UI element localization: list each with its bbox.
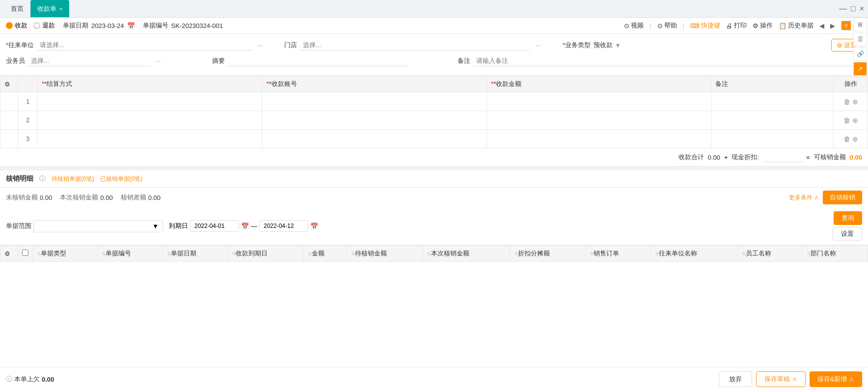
row-action-icons: 🗑 ⊕ bbox=[838, 135, 864, 143]
bottom-th-gear[interactable]: ⚙ bbox=[0, 246, 18, 262]
ops-btn[interactable]: ⚙ 操作 bbox=[753, 21, 773, 30]
window-min-icon[interactable]: — bbox=[839, 4, 847, 13]
sidebar-attach-icon[interactable]: 🔗 bbox=[853, 47, 867, 61]
calendar-icon[interactable]: 📅 bbox=[127, 22, 135, 29]
abandon-btn[interactable]: 放弃 bbox=[719, 371, 752, 387]
this-verify-stat: 本次核销金额 0.00 bbox=[60, 193, 112, 202]
cal-from-icon[interactable]: 📅 bbox=[241, 223, 249, 230]
row-amount-cell[interactable] bbox=[487, 130, 711, 148]
select-all-checkbox[interactable] bbox=[22, 250, 28, 256]
store-input[interactable] bbox=[300, 40, 530, 51]
window-max-icon[interactable]: □ bbox=[851, 4, 856, 13]
memo-input[interactable] bbox=[228, 56, 408, 66]
radio-tuikuan-dot bbox=[33, 22, 40, 29]
table-gear-col[interactable]: ⚙ bbox=[0, 76, 18, 92]
row-remark-cell[interactable] bbox=[711, 92, 834, 111]
window-close-icon[interactable]: × bbox=[860, 4, 864, 13]
due-date-label: 到期日 bbox=[169, 222, 188, 230]
recon-header: 核销明细 ⓘ 待核销单据(0笔) 已核销单据(0笔) bbox=[0, 170, 868, 188]
row-amount-cell[interactable] bbox=[487, 111, 711, 130]
radio-shoukuan-dot bbox=[6, 22, 13, 29]
auto-verify-btn[interactable]: 自动核销 bbox=[823, 191, 862, 204]
table-row: 3 🗑 ⊕ bbox=[0, 130, 868, 148]
range-dropdown[interactable]: ▼ bbox=[33, 220, 163, 232]
print-btn[interactable]: 🖨 打印 bbox=[726, 21, 747, 30]
nav-next-btn[interactable]: ▶ bbox=[830, 22, 835, 29]
bottom-th-amount: ⇅金额 bbox=[304, 246, 347, 262]
row-account-cell[interactable] bbox=[262, 92, 487, 111]
row-copy-icon[interactable]: ⊕ bbox=[852, 135, 858, 143]
row-settle-cell[interactable] bbox=[38, 111, 262, 130]
table-section: ⚙ **结算方式 **收款账号 **收款金额 备注 操作 1 🗑 ⊕ bbox=[0, 76, 868, 148]
row-settle-cell[interactable] bbox=[38, 92, 262, 111]
bottom-th-counterpart: ⇅往来单位名称 bbox=[651, 246, 737, 262]
main-content: 收款 退款 单据日期 2023-03-24 📅 单据编号 SK-20230324… bbox=[0, 18, 868, 391]
counterpart-label: *往来单位 bbox=[6, 41, 34, 50]
row-delete-icon[interactable]: 🗑 bbox=[843, 116, 850, 124]
tab-home[interactable]: 首页 bbox=[4, 0, 30, 17]
row-gear-cell bbox=[0, 130, 18, 148]
date-to-input[interactable] bbox=[259, 220, 308, 232]
shortcut-icon: ⌨ bbox=[690, 22, 700, 29]
row-remark-cell[interactable] bbox=[711, 111, 834, 130]
row-remark-cell[interactable] bbox=[711, 130, 834, 148]
cal-to-icon[interactable]: 📅 bbox=[310, 223, 318, 230]
this-verify-label: 本次核销金额 bbox=[60, 193, 98, 202]
row-delete-icon[interactable]: 🗑 bbox=[843, 135, 850, 143]
salesperson-more-btn[interactable]: ··· bbox=[153, 57, 163, 65]
help-btn[interactable]: ⊙ 帮助 bbox=[657, 21, 677, 30]
discount-input[interactable] bbox=[763, 152, 802, 162]
memo-field: 摘要 bbox=[212, 56, 408, 66]
more-conditions-btn[interactable]: 更多条件 ∧ bbox=[789, 194, 819, 202]
bottom-th-sales_order: ⇅销售订单 bbox=[586, 246, 651, 262]
form-row-2: 业务员 ··· 摘要 备注 bbox=[6, 56, 862, 66]
row-delete-icon[interactable]: 🗑 bbox=[843, 98, 850, 106]
sidebar-grid-icon[interactable]: ⊞ bbox=[853, 18, 867, 31]
remark-input[interactable] bbox=[473, 56, 862, 66]
radio-tuikuan-label: 退款 bbox=[42, 21, 55, 30]
recon-done-tab[interactable]: 已核销单据(0笔) bbox=[100, 175, 143, 183]
footer-left: ⓘ 本单上欠 0.00 bbox=[6, 375, 54, 384]
row-copy-icon[interactable]: ⊕ bbox=[852, 98, 858, 106]
row-settle-cell[interactable] bbox=[38, 130, 262, 148]
doc-no-value[interactable]: SK-20230324-001 bbox=[171, 22, 223, 29]
bottom-table: ⚙⇅单据类型⇅单据编号⇅单据日期⇅收款到期日⇅金额⇅待核销金额⇅本次核销金额⇅折… bbox=[0, 245, 868, 262]
doc-date-field: 单据日期 2023-03-24 📅 bbox=[63, 21, 135, 30]
row-account-cell[interactable] bbox=[262, 130, 487, 148]
counterpart-more-btn[interactable]: ··· bbox=[255, 41, 265, 49]
row-action-icons: 🗑 ⊕ bbox=[838, 116, 864, 124]
salesperson-input[interactable] bbox=[28, 56, 150, 66]
row-amount-cell[interactable] bbox=[487, 92, 711, 111]
radio-shoukuan[interactable]: 收款 bbox=[6, 21, 27, 30]
video-btn[interactable]: ⊙ 视频 bbox=[624, 21, 644, 30]
history-btn[interactable]: 📋 历史单据 bbox=[779, 21, 814, 30]
carry-value: 0.00 bbox=[42, 376, 54, 383]
recon-settings-btn[interactable]: 设置 bbox=[833, 227, 862, 241]
sidebar-list-icon[interactable]: ☰ bbox=[853, 32, 867, 46]
store-more-btn[interactable]: ··· bbox=[533, 41, 543, 49]
date-from-input[interactable] bbox=[190, 220, 239, 232]
row-account-cell[interactable] bbox=[262, 111, 487, 130]
draft-btn[interactable]: 保存草稿 ∧ bbox=[756, 371, 806, 387]
save-new-btn[interactable]: 保存&新增 ∧ bbox=[810, 371, 862, 387]
recon-info-icon[interactable]: ⓘ bbox=[39, 174, 46, 183]
radio-tuikuan[interactable]: 退款 bbox=[33, 21, 55, 30]
save-new-label: 保存&新增 ∧ bbox=[817, 375, 854, 384]
counterpart-input[interactable] bbox=[37, 40, 252, 51]
recon-pending-tab[interactable]: 待核销单据(0笔) bbox=[52, 175, 94, 183]
biz-type-label: *业务类型 bbox=[563, 41, 591, 50]
view-list-btn[interactable]: ≡ bbox=[841, 21, 851, 30]
query-btn[interactable]: 查询 bbox=[834, 211, 862, 225]
tab-close-icon[interactable]: × bbox=[59, 6, 62, 12]
tab-shoukuan[interactable]: 收款单 × bbox=[30, 0, 69, 17]
doc-date-value[interactable]: 2023-03-24 bbox=[91, 22, 124, 29]
row-copy-icon[interactable]: ⊕ bbox=[852, 116, 858, 124]
nav-prev-btn[interactable]: ◀ bbox=[819, 22, 824, 29]
shortcut-btn[interactable]: ⌨ 快捷键 bbox=[690, 21, 720, 30]
sort-icon: ⇅ bbox=[167, 251, 171, 256]
sidebar-expand-icon[interactable]: ↗ bbox=[853, 62, 867, 76]
bottom-th-employee: ⇅员工名称 bbox=[738, 246, 803, 262]
biz-type-dropdown-icon[interactable]: ▼ bbox=[615, 42, 621, 49]
ops-icon: ⚙ bbox=[753, 22, 759, 29]
carry-info-icon[interactable]: ⓘ bbox=[6, 375, 12, 384]
